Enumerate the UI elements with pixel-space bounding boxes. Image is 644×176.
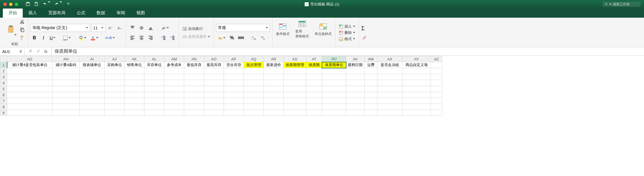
col-header-AK[interactable]: AK (124, 56, 144, 62)
name-box[interactable]: AU1 (0, 47, 24, 56)
autosave-icon[interactable] (26, 2, 30, 7)
format-cells-button[interactable]: 格式 (338, 36, 356, 42)
col-header-AW[interactable]: AW (365, 56, 377, 62)
border-button[interactable] (61, 34, 72, 42)
cell-AV7[interactable] (346, 98, 365, 104)
cell-AU6[interactable] (322, 92, 346, 98)
col-header-AZ[interactable]: AZ (431, 56, 442, 62)
cell-AV4[interactable] (346, 80, 365, 86)
cell-AT3[interactable] (306, 74, 322, 80)
cell-AT7[interactable] (306, 98, 322, 104)
cell-AG3[interactable] (7, 74, 53, 80)
cell-AS2[interactable] (284, 68, 306, 74)
cell-AL9[interactable] (144, 110, 164, 116)
cell-AU8[interactable] (322, 104, 346, 110)
italic-button[interactable]: I (40, 34, 47, 42)
cell-AH6[interactable] (53, 92, 80, 98)
cell-AX7[interactable] (377, 98, 402, 104)
cell-AW5[interactable] (365, 86, 377, 92)
cell-AK5[interactable] (124, 86, 144, 92)
cell-AU3[interactable] (322, 74, 346, 80)
cell-AI4[interactable] (80, 80, 105, 86)
cell-AH3[interactable] (53, 74, 80, 80)
cell-AZ6[interactable] (431, 92, 442, 98)
autosum-button[interactable]: Σ (361, 25, 368, 32)
cell-AW1[interactable]: 运费 (365, 62, 377, 68)
redo-icon[interactable] (54, 2, 62, 7)
cell-AH5[interactable] (53, 86, 80, 92)
col-header-AM[interactable]: AM (164, 56, 184, 62)
col-header-AY[interactable]: AY (402, 56, 431, 62)
align-top-button[interactable] (128, 24, 136, 32)
cell-AX8[interactable] (377, 104, 402, 110)
cell-AM8[interactable] (164, 104, 184, 110)
cell-AM4[interactable] (164, 80, 184, 86)
cell-AU1[interactable]: 保质期单位 (322, 62, 346, 68)
format-painter-button[interactable] (19, 35, 26, 41)
copy-button[interactable] (19, 27, 26, 33)
cell-AN6[interactable] (184, 92, 204, 98)
cell-AM2[interactable] (164, 68, 184, 74)
cell-AZ9[interactable] (431, 110, 442, 116)
cell-AK7[interactable] (124, 98, 144, 104)
cell-AG2[interactable] (7, 68, 53, 74)
cell-AZ1[interactable] (431, 62, 442, 68)
col-header-AP[interactable]: AP (224, 56, 244, 62)
cell-AX9[interactable] (377, 110, 402, 116)
row-header-8[interactable]: 8 (0, 104, 7, 110)
cell-AS8[interactable] (284, 104, 306, 110)
orientation-button[interactable]: ab (159, 24, 170, 32)
cell-AN8[interactable] (184, 104, 204, 110)
cell-AW9[interactable] (365, 110, 377, 116)
cell-AM1[interactable]: 参考成本 (164, 62, 184, 68)
phonetic-button[interactable]: abcA (105, 34, 115, 42)
cell-AZ8[interactable] (431, 104, 442, 110)
cell-AY8[interactable] (402, 104, 431, 110)
align-center-button[interactable] (138, 34, 146, 41)
cell-AO1[interactable]: 最高库存 (204, 62, 224, 68)
cell-AM3[interactable] (164, 74, 184, 80)
row-header-3[interactable]: 3 (0, 74, 7, 80)
cell-AH7[interactable] (53, 98, 80, 104)
cell-AL6[interactable] (144, 92, 164, 98)
cell-AT5[interactable] (306, 86, 322, 92)
col-header-AT[interactable]: AT (306, 56, 322, 62)
cell-AI8[interactable] (80, 104, 105, 110)
minimize-window-button[interactable] (9, 3, 13, 6)
col-header-AH[interactable]: AH (53, 56, 80, 62)
cell-AZ7[interactable] (431, 98, 442, 104)
cell-AR8[interactable] (264, 104, 284, 110)
cell-AP7[interactable] (224, 98, 244, 104)
tab-数据[interactable]: 数据 (91, 8, 111, 18)
cell-AQ9[interactable] (244, 110, 264, 116)
cell-AR9[interactable] (264, 110, 284, 116)
cell-AI2[interactable] (80, 68, 105, 74)
cell-AQ4[interactable] (244, 80, 264, 86)
tab-公式[interactable]: 公式 (71, 8, 91, 18)
cell-AX2[interactable] (377, 68, 402, 74)
format-as-table-button[interactable]: 套用 表格格式 (294, 19, 310, 39)
cell-AY1[interactable]: 商品自定义项 (402, 62, 431, 68)
col-header-AQ[interactable]: AQ (244, 56, 264, 62)
tab-插入[interactable]: 插入 (23, 8, 43, 18)
cell-AK1[interactable]: 销售单位 (124, 62, 144, 68)
cell-AK3[interactable] (124, 74, 144, 80)
cell-AY6[interactable] (402, 92, 431, 98)
cell-AP9[interactable] (224, 110, 244, 116)
cell-AJ2[interactable] (105, 68, 124, 74)
percent-button[interactable]: % (228, 34, 236, 42)
cell-AQ3[interactable] (244, 74, 264, 80)
cell-AQ7[interactable] (244, 98, 264, 104)
cell-AG9[interactable] (7, 110, 53, 116)
cell-AJ4[interactable] (105, 80, 124, 86)
cell-AN1[interactable]: 最低库存 (184, 62, 204, 68)
cell-AM5[interactable] (164, 86, 184, 92)
cell-AL8[interactable] (144, 104, 164, 110)
cell-AV2[interactable] (346, 68, 365, 74)
clear-button[interactable] (361, 34, 368, 40)
select-all-corner[interactable] (0, 56, 7, 62)
cell-styles-button[interactable]: 单元格样式 (313, 21, 333, 37)
cell-AZ4[interactable] (431, 80, 442, 86)
cell-AS5[interactable] (284, 86, 306, 92)
cell-AJ3[interactable] (105, 74, 124, 80)
